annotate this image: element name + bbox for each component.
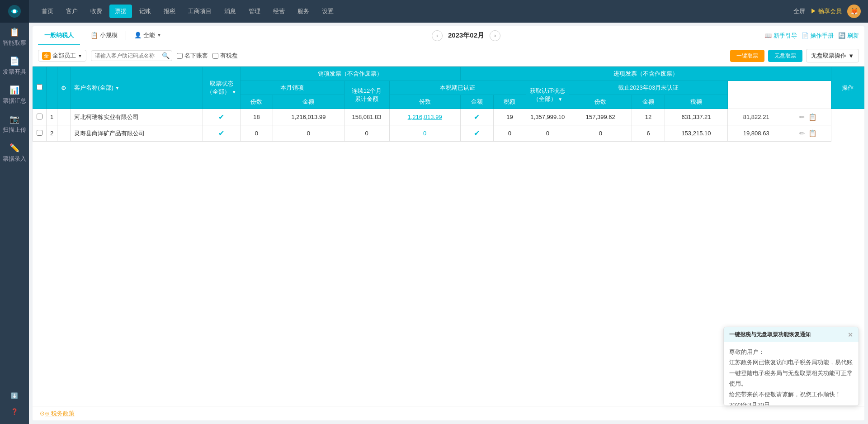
table-row: 2 灵寿县尚泽矿产品有限公司 ✔ 0 0 0 0 bbox=[33, 125, 864, 142]
search-wrap: 🔍 bbox=[91, 50, 172, 61]
notification-title: 一键报税与无盘取票功能恢复通知 bbox=[729, 331, 811, 338]
sidebar-item-smart-fetch[interactable]: 📋 智能取票 bbox=[0, 23, 29, 52]
row1-checkbox[interactable] bbox=[33, 109, 47, 125]
row2-purchase-tax: 0 bbox=[569, 125, 632, 142]
th-unverify-count: 份数 bbox=[569, 95, 632, 109]
sidebar-item-download[interactable]: ⬇️ bbox=[0, 388, 29, 404]
nav-accounting[interactable]: 记账 bbox=[134, 5, 156, 18]
row2-num: 2 bbox=[47, 125, 57, 142]
sidebar-item-issue-invoice[interactable]: 📄 发票开具 bbox=[0, 52, 29, 81]
th-sales-count: 份数 bbox=[240, 95, 273, 109]
tab-all[interactable]: 👤 全能 ▼ bbox=[128, 26, 168, 45]
one-click-fetch-button[interactable]: 一键取票 bbox=[730, 50, 764, 62]
employee-select[interactable]: 全 全部员工 ▼ bbox=[38, 50, 86, 62]
scan-upload-icon: 📷 bbox=[9, 114, 19, 124]
fullscreen-btn[interactable]: 全屏 bbox=[793, 7, 805, 15]
row1-detail-icon[interactable]: 📋 bbox=[808, 113, 817, 121]
nav-operation[interactable]: 经营 bbox=[268, 5, 290, 18]
member-btn[interactable]: ▶ 畅享会员 bbox=[811, 7, 842, 15]
notification-close-button[interactable]: ✕ bbox=[848, 331, 853, 338]
th-checkbox bbox=[33, 67, 47, 109]
svg-point-1 bbox=[13, 10, 16, 13]
tax-disk-checkbox-label[interactable]: 有税盘 bbox=[212, 52, 238, 60]
account-checkbox[interactable] bbox=[177, 53, 183, 59]
notification-text: 尊敬的用户： 江苏政务网已恢复访问电子税务局功能，易代账一键登陆电子税务局与无盘… bbox=[729, 347, 853, 405]
row1-fetch-check-icon: ✔ bbox=[218, 113, 224, 121]
sidebar-item-scan-upload[interactable]: 📷 扫描上传 bbox=[0, 110, 29, 138]
search-button[interactable]: 🔍 bbox=[162, 52, 170, 59]
next-period-button[interactable]: › bbox=[490, 30, 500, 41]
chevron-down-icon: ▼ bbox=[157, 33, 161, 38]
row2-action: ✏ 📋 bbox=[785, 125, 831, 142]
row1-accum12[interactable]: 1,216,013.99 bbox=[389, 109, 460, 125]
all-icon: 👤 bbox=[134, 32, 142, 38]
search-input[interactable] bbox=[91, 50, 172, 61]
avatar[interactable]: 🦊 bbox=[847, 5, 861, 18]
row2-detail-icon[interactable]: 📋 bbox=[808, 129, 817, 137]
th-settings: ⚙ bbox=[57, 67, 71, 109]
row2-unverify-tax: 19,808.63 bbox=[727, 125, 785, 142]
sidebar-item-help[interactable]: ❓ bbox=[0, 404, 29, 419]
tab-bar-center: ‹ 2023年02月 › bbox=[168, 30, 764, 41]
filter-icon: ▼ bbox=[115, 86, 120, 91]
small-icon: 📋 bbox=[90, 32, 98, 39]
no-disk-ops-button[interactable]: 无盘取票操作 ▼ bbox=[806, 49, 859, 62]
issue-invoice-icon: 📄 bbox=[9, 56, 19, 66]
tab-small[interactable]: 📋 小规模 bbox=[84, 26, 124, 45]
nav-invoice[interactable]: 票据 bbox=[109, 5, 132, 18]
employee-label: 全部员工 bbox=[52, 52, 76, 60]
row2-checkbox[interactable] bbox=[33, 125, 47, 142]
topnav-right: 全屏 ▶ 畅享会员 🦊 bbox=[793, 5, 861, 18]
th-fetch-status[interactable]: 取票状态（全部） ▼ bbox=[203, 67, 241, 109]
prev-period-button[interactable]: ‹ bbox=[432, 30, 443, 41]
th-sales-group: 销项发票（不含作废票） bbox=[240, 67, 460, 81]
nav-settings[interactable]: 设置 bbox=[316, 5, 339, 18]
sidebar-item-data-entry[interactable]: ✏️ 票据录入 bbox=[0, 138, 29, 167]
tax-policy-icon: ⊙ bbox=[40, 410, 45, 417]
logo[interactable] bbox=[0, 0, 29, 23]
nav-business[interactable]: 工商项目 bbox=[183, 5, 217, 18]
nav-revenue[interactable]: 收费 bbox=[85, 5, 108, 18]
sidebar: 📋 智能取票 📄 发票开具 📊 票据汇总 📷 扫描上传 ✏️ 票据录入 ⬇️ ❓ bbox=[0, 0, 29, 424]
filter-bar-right: 一键取票 无盘取票 无盘取票操作 ▼ bbox=[730, 49, 859, 62]
row2-edit-icon[interactable]: ✏ bbox=[799, 129, 805, 137]
new-guide-link[interactable]: 📖 新手引导 bbox=[764, 32, 797, 40]
select-all-checkbox[interactable] bbox=[37, 84, 42, 90]
notification-panel: 一键报税与无盘取票功能恢复通知 ✕ 尊敬的用户： 江苏政务网已恢复访问电子税务局… bbox=[723, 327, 859, 406]
table-row: 1 河北柯瑞栋实业有限公司 ✔ 18 1,216,013.99 158,081.… bbox=[33, 109, 864, 125]
sidebar-item-invoice-summary[interactable]: 📊 票据汇总 bbox=[0, 81, 29, 110]
row2-unverify-count: 6 bbox=[632, 125, 665, 142]
no-disk-fetch-button[interactable]: 无盘取票 bbox=[768, 50, 802, 62]
refresh-link[interactable]: 🔄 刷新 bbox=[838, 32, 859, 40]
sidebar-bottom: ⬇️ ❓ bbox=[0, 388, 29, 424]
nav-client[interactable]: 客户 bbox=[61, 5, 83, 18]
row1-unverify-count: 12 bbox=[632, 109, 665, 125]
th-till-march: 截止2023年03月未认证 bbox=[569, 81, 728, 95]
smart-fetch-icon: 📋 bbox=[9, 27, 19, 37]
row2-accum12[interactable]: 0 bbox=[389, 125, 460, 142]
th-verify-status: 获取认证状态（全部） ▼ bbox=[526, 81, 569, 109]
th-monthly-sales: 本月销项 bbox=[240, 81, 344, 95]
nav-service[interactable]: 服务 bbox=[292, 5, 315, 18]
manual-link[interactable]: 📄 操作手册 bbox=[802, 32, 834, 40]
tax-policy-link[interactable]: ⊙ 税务政策 bbox=[45, 410, 75, 418]
tab-divider-1 bbox=[82, 31, 82, 40]
row1-name: 河北柯瑞栋实业有限公司 bbox=[71, 109, 203, 125]
row1-sales-amount: 1,216,013.99 bbox=[273, 109, 344, 125]
row2-icon bbox=[57, 125, 71, 142]
settings-icon[interactable]: ⚙ bbox=[61, 85, 66, 91]
tab-general[interactable]: 一般纳税人 bbox=[38, 26, 80, 45]
row1-edit-icon[interactable]: ✏ bbox=[799, 113, 805, 121]
nav-manage[interactable]: 管理 bbox=[243, 5, 266, 18]
bottom-bar[interactable]: ⊙ ⊙ 税务政策 bbox=[33, 406, 864, 420]
th-period-verified: 本税期已认证 bbox=[389, 81, 526, 95]
nav-message[interactable]: 消息 bbox=[219, 5, 241, 18]
row1-purchase-count: 19 bbox=[493, 109, 526, 125]
th-client-name[interactable]: 客户名称(全部) ▼ bbox=[71, 67, 203, 109]
nav-home[interactable]: 首页 bbox=[36, 5, 59, 18]
tax-disk-checkbox[interactable] bbox=[212, 53, 218, 59]
nav-tax[interactable]: 报税 bbox=[158, 5, 181, 18]
row1-verify-check-icon: ✔ bbox=[474, 113, 480, 121]
account-checkbox-label[interactable]: 名下账套 bbox=[177, 52, 208, 60]
period-label: 2023年02月 bbox=[448, 31, 484, 40]
